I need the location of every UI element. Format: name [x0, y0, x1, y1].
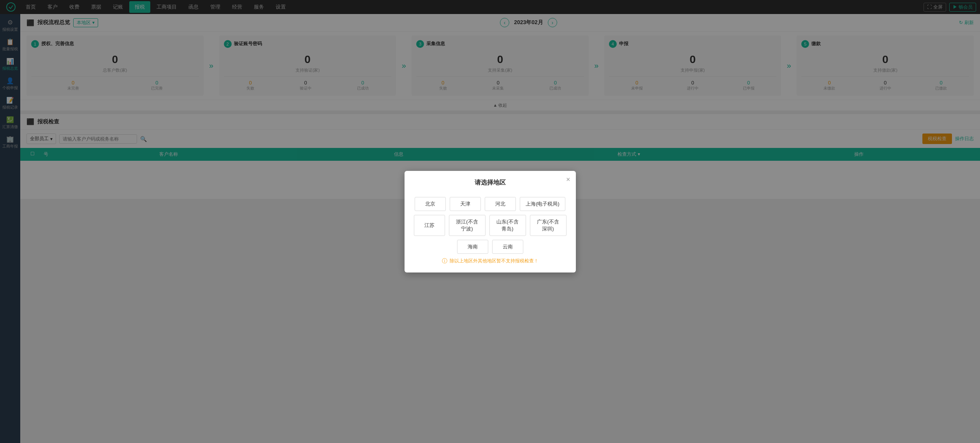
region-select-modal: 请选择地区 × 北京 天津 河北 上海(电子税局) 江苏 浙江(不含宁波) 山东… — [405, 171, 576, 272]
region-row-1: 北京 天津 河北 上海(电子税局) — [414, 197, 567, 211]
warning-icon: ⓘ — [442, 258, 447, 265]
region-row-3: 海南 云南 — [414, 240, 567, 254]
modal-close-btn[interactable]: × — [566, 176, 570, 184]
region-tianjin[interactable]: 天津 — [450, 197, 481, 211]
modal-warning: ⓘ 除以上地区外其他地区暂不支持报税检查！ — [414, 258, 567, 265]
modal-body: 北京 天津 河北 上海(电子税局) 江苏 浙江(不含宁波) 山东(不含青岛) 广… — [405, 193, 576, 272]
modal-title: 请选择地区 — [475, 179, 506, 186]
region-shandong[interactable]: 山东(不含青岛) — [489, 215, 526, 236]
region-guangdong[interactable]: 广东(不含深圳) — [530, 215, 567, 236]
region-jiangsu[interactable]: 江苏 — [414, 215, 445, 236]
modal-header: 请选择地区 — [405, 171, 576, 193]
region-beijing[interactable]: 北京 — [415, 197, 446, 211]
region-row-2: 江苏 浙江(不含宁波) 山东(不含青岛) 广东(不含深圳) — [414, 215, 567, 236]
warning-text: 除以上地区外其他地区暂不支持报税检查！ — [450, 258, 538, 264]
modal-overlay[interactable]: 请选择地区 × 北京 天津 河北 上海(电子税局) 江苏 浙江(不含宁波) 山东… — [0, 0, 980, 443]
region-yunnan[interactable]: 云南 — [492, 240, 523, 254]
region-zhejiang[interactable]: 浙江(不含宁波) — [449, 215, 486, 236]
region-shanghai[interactable]: 上海(电子税局) — [520, 197, 565, 211]
region-hainan[interactable]: 海南 — [457, 240, 488, 254]
region-hebei[interactable]: 河北 — [485, 197, 516, 211]
